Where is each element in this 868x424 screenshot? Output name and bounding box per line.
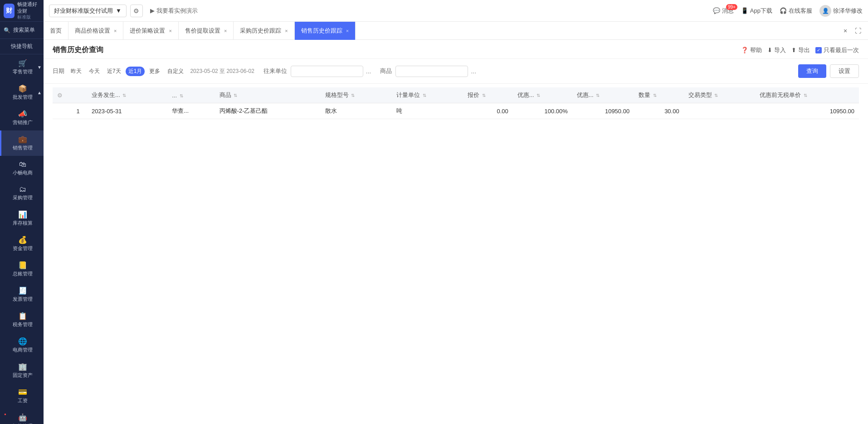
product-selector[interactable]: 好业财标准版交付试用 ▼	[49, 5, 127, 17]
tab-price-fetch[interactable]: 售价提取设置 ×	[179, 22, 234, 40]
col-pretax-price-header[interactable]: 优惠前无税单价 ⇅	[755, 87, 859, 103]
sidebar-item-ecommerce-small[interactable]: 🛍 小畅电商	[0, 156, 44, 181]
tax-icon: 📋	[18, 312, 27, 320]
tab-purchase-history[interactable]: 采购历史价跟踪 ×	[234, 22, 294, 40]
filter-actions: 查询 设置	[798, 64, 859, 78]
sidebar-item-ecommerce[interactable]: 🌐 电商管理	[0, 332, 44, 358]
export-button[interactable]: ⬆ 导出	[791, 46, 810, 54]
topbar: 好业财标准版交付试用 ▼ ⚙ ▶ 我要看实例演示 💬 消息 99+ 📱 App下…	[44, 0, 868, 22]
date-opt-7days[interactable]: 近7天	[104, 67, 124, 76]
col-date-header[interactable]: 业务发生... ⇅	[87, 87, 167, 103]
window-close-button[interactable]: ×	[839, 24, 852, 37]
sidebar-item-assets[interactable]: 🏢 固定资产	[0, 358, 44, 383]
date-filter-group: 日期 昨天 今天 近7天 近1月 更多 自定义 2023-05-02 至 202…	[53, 67, 254, 76]
date-opt-1month[interactable]: 近1月	[126, 67, 145, 76]
supplier-more-button[interactable]: ...	[366, 67, 371, 75]
row-extra-cell: 华查...	[167, 103, 215, 119]
date-opt-today[interactable]: 今天	[86, 67, 102, 76]
table-wrapper: ⚙ 业务发生... ⇅ ... ⇅ 商品 ⇅	[44, 84, 868, 123]
smart-icon: 🤖	[18, 413, 27, 422]
marketing-icon: 📣	[18, 110, 27, 118]
sort-icon: ⇅	[234, 93, 237, 98]
close-tab-price-fetch[interactable]: ×	[224, 28, 227, 34]
sidebar-item-inventory[interactable]: 📊 库存核算	[0, 206, 44, 231]
sidebar-quick-nav[interactable]: 快捷导航	[0, 39, 44, 54]
query-button[interactable]: 查询	[798, 64, 826, 78]
chevron-up-icon: ▲	[37, 90, 42, 95]
user-menu-button[interactable]: 👤 徐泽华修改	[819, 5, 863, 17]
tab-home[interactable]: 首页	[44, 22, 68, 40]
sort-icon: ⇅	[423, 93, 426, 98]
product-input[interactable]	[395, 66, 468, 77]
import-button[interactable]: ⬇ 导入	[767, 46, 786, 54]
filter-settings-button[interactable]: 设置	[830, 64, 859, 78]
row-date-cell: 2023-05-31	[87, 103, 167, 119]
col-transaction-type-header[interactable]: 交易类型 ⇅	[684, 87, 755, 103]
sidebar-item-smart[interactable]: 🤖 智能管理	[0, 409, 44, 424]
sidebar-item-marketing[interactable]: 📣 营销推广	[0, 105, 44, 130]
col-spec-header[interactable]: 规格型号 ⇅	[321, 87, 392, 103]
col-price-header[interactable]: 报价 ⇅	[463, 87, 513, 103]
sort-icon: ⇅	[653, 93, 657, 98]
logo-sub: 标准版	[17, 14, 40, 20]
play-icon: ▶	[150, 7, 155, 14]
sidebar-item-wholesale[interactable]: 📦 批发管理 ▲	[0, 80, 44, 105]
tab-purchase-strategy[interactable]: 进价策略设置 ×	[123, 22, 178, 40]
product-input-group: ...	[395, 66, 476, 77]
row-product-cell: 丙烯酸-2-乙基己酯	[215, 103, 321, 119]
online-service-button[interactable]: 🎧 在线客服	[780, 7, 812, 15]
close-tab-purchase-history[interactable]: ×	[285, 28, 288, 34]
page-content: 销售历史价查询 ❓ 帮助 ⬇ 导入 ⬆ 导出 ✓ 只看最后一次	[44, 40, 868, 424]
close-tab-sales-history[interactable]: ×	[346, 28, 349, 34]
mobile-icon: 📱	[741, 7, 748, 14]
tab-sales-history[interactable]: 销售历史价跟踪 ×	[295, 22, 356, 40]
messages-badge: 99+	[726, 4, 737, 10]
sidebar-item-finance[interactable]: 💰 资金管理	[0, 231, 44, 256]
row-price-cell: 0.00	[463, 103, 513, 119]
col-unit-header[interactable]: 计量单位 ⇅	[392, 87, 463, 103]
sort-icon: ⇅	[804, 93, 807, 98]
col-discount1-header[interactable]: 优惠... ⇅	[513, 87, 572, 103]
supplier-input[interactable]	[291, 66, 363, 77]
sidebar-item-accounting[interactable]: 📒 总账管理	[0, 256, 44, 282]
tab-price[interactable]: 商品价格设置 ×	[68, 22, 123, 40]
app-download-button[interactable]: 📱 App下载	[741, 7, 772, 15]
sidebar-search[interactable]: 🔍 搜索菜单	[0, 22, 44, 39]
date-options: 昨天 今天 近7天 近1月 更多 自定义	[68, 67, 186, 76]
chevron-down-icon: ▼	[116, 7, 122, 14]
sidebar-item-salary[interactable]: 💳 工资	[0, 383, 44, 409]
col-product-header[interactable]: 商品 ⇅	[215, 87, 321, 103]
date-opt-yesterday[interactable]: 昨天	[68, 67, 84, 76]
accounting-icon: 📒	[18, 261, 27, 270]
sidebar-item-retail[interactable]: 🛒 零售管理 ▼	[0, 54, 44, 80]
product-filter-label: 商品	[380, 67, 392, 75]
tabbar: 首页 商品价格设置 × 进价策略设置 × 售价提取设置 × 采购历史价跟踪 × …	[44, 22, 868, 40]
help-button[interactable]: ❓ 帮助	[741, 46, 762, 54]
col-discount2-header[interactable]: 优惠... ⇅	[572, 87, 634, 103]
sidebar-item-purchase[interactable]: 🗂 采购管理	[0, 181, 44, 206]
sidebar-item-sales[interactable]: 💼 销售管理	[0, 130, 44, 156]
sidebar: 财 畅捷通好业财 标准版 🔍 搜索菜单 快捷导航 🛒 零售管理 ▼ 📦 批发管理…	[0, 0, 44, 424]
close-tab-price[interactable]: ×	[114, 28, 117, 34]
sidebar-item-tax[interactable]: 📋 税务管理	[0, 307, 44, 332]
ecommerce-small-icon: 🛍	[19, 160, 26, 169]
gear-icon: ⚙	[133, 7, 139, 14]
row-qty-cell: 30.00	[634, 103, 684, 119]
row-pretax-price-cell: 10950.00	[755, 103, 859, 119]
product-more-button[interactable]: ...	[471, 67, 476, 75]
close-tab-purchase-strategy[interactable]: ×	[169, 28, 171, 34]
col-extra-header[interactable]: ... ⇅	[167, 87, 215, 103]
config-gear-icon[interactable]: ⚙	[57, 92, 63, 99]
product-name: 好业财标准版交付试用	[54, 7, 113, 15]
window-expand-button[interactable]: ⛶	[852, 24, 864, 37]
row-discount1-cell: 100.00%	[513, 103, 572, 119]
messages-button[interactable]: 💬 消息 99+	[713, 7, 734, 15]
topbar-settings-button[interactable]: ⚙	[130, 5, 143, 17]
date-opt-custom[interactable]: 自定义	[165, 67, 186, 76]
date-opt-more[interactable]: 更多	[146, 67, 163, 76]
sidebar-item-invoice[interactable]: 🧾 发票管理	[0, 282, 44, 307]
col-qty-header[interactable]: 数量 ⇅	[634, 87, 684, 103]
only-last-checkbox[interactable]: ✓ 只看最后一次	[815, 46, 859, 54]
demo-link[interactable]: ▶ 我要看实例演示	[150, 7, 198, 15]
col-config-header[interactable]: ⚙	[53, 87, 69, 103]
